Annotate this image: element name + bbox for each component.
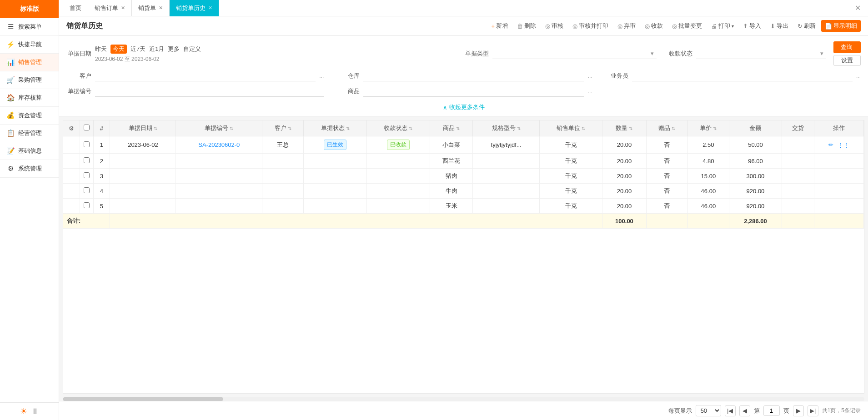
tab-sales-delivery[interactable]: 销货单 ✕ xyxy=(132,0,170,16)
goods-input[interactable] xyxy=(363,86,584,97)
add-button[interactable]: + 新增 xyxy=(487,20,512,32)
close-all-tabs[interactable]: ✕ xyxy=(851,4,864,12)
th-goods[interactable]: 商品⇅ xyxy=(430,120,473,136)
collect-button[interactable]: ◎ 收款 xyxy=(641,20,667,32)
th-check[interactable] xyxy=(80,120,93,136)
select-all-checkbox[interactable] xyxy=(84,125,90,130)
row-checkbox[interactable] xyxy=(84,202,90,208)
td-gear xyxy=(63,184,80,199)
sort-doc-number[interactable]: ⇅ xyxy=(230,126,233,131)
goods-dots[interactable]: ... xyxy=(588,88,592,95)
tab-sales-order[interactable]: 销售订单 ✕ xyxy=(88,0,132,16)
sidebar-item-search-menu[interactable]: ☰ 搜索菜单 xyxy=(0,18,59,36)
doc-number-input[interactable] xyxy=(95,86,324,97)
shortcut-custom[interactable]: 自定义 xyxy=(183,45,201,53)
export-button[interactable]: ⬇ 导出 xyxy=(767,20,792,32)
th-gear[interactable]: ⚙ xyxy=(63,120,80,136)
doc-number-link[interactable]: SA-20230602-0 xyxy=(198,141,240,148)
doc-type-select[interactable]: ▾ xyxy=(492,48,657,59)
th-payment-status[interactable]: 收款状态⇅ xyxy=(367,120,430,136)
discard-button[interactable]: ◎ 弃审 xyxy=(614,20,639,32)
collapse-button[interactable]: ∧ 收起更多条件 xyxy=(443,103,485,111)
more-action[interactable]: ⋮⋮ xyxy=(838,141,849,148)
shortcut-more[interactable]: 更多 xyxy=(168,45,180,53)
sidebar-item-basic-info[interactable]: 📝 基础信息 xyxy=(0,142,59,160)
sort-customer[interactable]: ⇅ xyxy=(288,126,291,131)
shortcut-7days[interactable]: 近7天 xyxy=(130,45,146,53)
sidebar-item-inventory-calc[interactable]: 🏠 库存核算 xyxy=(0,89,59,107)
td-check[interactable] xyxy=(80,184,93,199)
row-checkbox[interactable] xyxy=(84,172,90,178)
prev-page-button[interactable]: ◀ xyxy=(739,405,750,416)
query-button[interactable]: 查询 xyxy=(833,41,861,53)
td-actions xyxy=(814,199,864,214)
sort-goods[interactable]: ⇅ xyxy=(456,126,460,131)
sort-unit-price[interactable]: ⇅ xyxy=(713,126,717,131)
sidebar-item-purchase-mgmt[interactable]: 🛒 采购管理 xyxy=(0,71,59,89)
th-gift[interactable]: 赠品⇅ xyxy=(646,120,687,136)
sidebar-item-ops-mgmt[interactable]: 📋 经营管理 xyxy=(0,125,59,142)
import-button[interactable]: ⬆ 导入 xyxy=(739,20,765,32)
td-check[interactable] xyxy=(80,199,93,214)
last-page-button[interactable]: ▶| xyxy=(808,405,818,416)
th-sales-unit[interactable]: 销售单位⇅ xyxy=(539,120,602,136)
shortcut-1month[interactable]: 近1月 xyxy=(149,45,164,53)
sidebar-item-quick-nav[interactable]: ⚡ 快捷导航 xyxy=(0,36,59,54)
th-doc-date[interactable]: 单据日期⇅ xyxy=(110,120,176,136)
first-page-button[interactable]: |◀ xyxy=(725,405,736,416)
tab-sales-history[interactable]: 销货单历史 ✕ xyxy=(170,0,219,16)
td-quantity: 20.00 xyxy=(602,154,646,169)
refresh-button[interactable]: ↻ 刷新 xyxy=(794,20,819,32)
row-checkbox[interactable] xyxy=(84,141,90,147)
sort-doc-status[interactable]: ⇅ xyxy=(346,126,350,131)
settings-button[interactable]: 设置 xyxy=(833,55,861,66)
th-unit-price[interactable]: 单价⇅ xyxy=(687,120,729,136)
tab-home[interactable]: 首页 xyxy=(63,0,88,16)
tab-sales-order-close[interactable]: ✕ xyxy=(121,5,125,11)
customer-dots[interactable]: ... xyxy=(319,73,324,79)
td-check[interactable] xyxy=(80,136,93,154)
th-quantity[interactable]: 数量⇅ xyxy=(602,120,646,136)
warehouse-input[interactable] xyxy=(363,70,584,81)
salesperson-input[interactable] xyxy=(632,70,853,81)
table-scroll-bar[interactable] xyxy=(63,397,864,401)
sort-payment-status[interactable]: ⇅ xyxy=(409,126,412,131)
tab-sales-history-close[interactable]: ✕ xyxy=(208,5,212,11)
sidebar-bottom-icon1[interactable]: ☀ xyxy=(20,406,27,416)
shortcut-yesterday[interactable]: 昨天 xyxy=(95,45,107,53)
th-spec[interactable]: 规格型号⇅ xyxy=(473,120,539,136)
batch-change-button[interactable]: ◎ 批量变更 xyxy=(668,20,706,32)
edit-action[interactable]: ✏ xyxy=(828,141,833,148)
row-checkbox[interactable] xyxy=(84,157,90,163)
sidebar-item-sys-mgmt[interactable]: ⚙ 系统管理 xyxy=(0,160,59,178)
sort-spec[interactable]: ⇅ xyxy=(517,126,521,131)
sidebar-item-sales-mgmt[interactable]: 📊 销售管理 xyxy=(0,54,59,71)
th-customer[interactable]: 客户⇅ xyxy=(262,120,304,136)
td-check[interactable] xyxy=(80,154,93,169)
sort-quantity[interactable]: ⇅ xyxy=(629,126,632,131)
review-print-button[interactable]: ◎ 审核并打印 xyxy=(569,20,612,32)
tab-sales-delivery-close[interactable]: ✕ xyxy=(159,5,163,11)
page-size-select[interactable]: 50 100 xyxy=(696,405,721,416)
sidebar-item-finance-mgmt[interactable]: 💰 资金管理 xyxy=(0,107,59,125)
customer-input[interactable] xyxy=(95,70,316,81)
sort-doc-date[interactable]: ⇅ xyxy=(154,126,157,131)
shortcut-today[interactable]: 今天 xyxy=(110,45,127,54)
td-check[interactable] xyxy=(80,169,93,184)
delete-button[interactable]: 🗑 删除 xyxy=(513,20,540,32)
row-checkbox[interactable] xyxy=(84,187,90,193)
show-detail-button[interactable]: 📄 显示明细 xyxy=(821,20,861,32)
salesperson-dots[interactable]: ... xyxy=(856,73,861,79)
page-number-input[interactable] xyxy=(763,405,780,416)
sidebar-bottom-icon2[interactable]: ⏸ xyxy=(31,407,39,416)
print-button[interactable]: 🖨 打印 ▾ xyxy=(707,20,738,32)
warehouse-dots[interactable]: ... xyxy=(588,73,592,79)
sort-sales-unit[interactable]: ⇅ xyxy=(582,126,585,131)
td-customer: 王总 xyxy=(262,136,304,154)
next-page-button[interactable]: ▶ xyxy=(793,405,804,416)
th-doc-status[interactable]: 单据状态⇅ xyxy=(304,120,367,136)
review-button[interactable]: ◎ 审核 xyxy=(542,20,567,32)
sort-gift[interactable]: ⇅ xyxy=(672,126,675,131)
payment-status-select[interactable]: ▾ xyxy=(696,48,826,59)
th-doc-number[interactable]: 单据编号⇅ xyxy=(176,120,262,136)
